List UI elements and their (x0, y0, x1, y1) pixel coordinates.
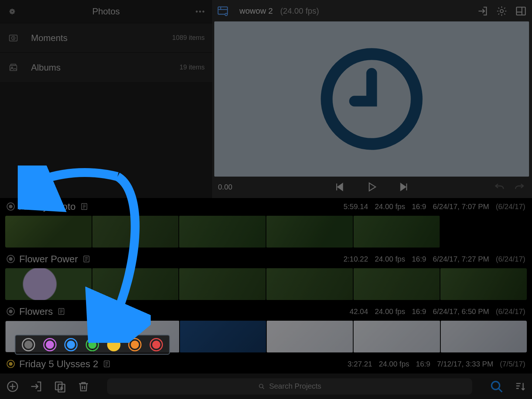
search-placeholder: Search Projects (269, 382, 321, 391)
project-meta: 42.0424.00 fps16:96/24/17, 6:50 PM(6/24/… (349, 307, 525, 316)
tag-purple[interactable] (43, 338, 57, 351)
svg-point-23 (492, 381, 500, 389)
export-icon[interactable] (477, 5, 488, 17)
preview-header: wowow 2 (24.00 fps) (214, 2, 529, 20)
trash-icon[interactable] (77, 380, 90, 393)
project-meta: 2:10.2224.00 fps16:96/24/17, 7:27 PM(6/2… (344, 255, 525, 263)
sidebar-title: Photos (18, 6, 194, 17)
preview-video[interactable] (214, 21, 529, 177)
bottom-toolbar: Search Projects (0, 373, 532, 399)
photos-app-icon (7, 6, 18, 17)
thumbnail[interactable] (92, 268, 179, 300)
thumbnail[interactable] (266, 268, 353, 300)
tag-blue[interactable] (64, 338, 78, 351)
more-icon[interactable]: ••• (194, 7, 205, 16)
project-icon (216, 5, 229, 17)
project-name: Affinity Photo (19, 201, 76, 212)
sidebar-item-label: Moments (31, 33, 172, 43)
thumbnail[interactable] (180, 321, 266, 352)
project-tag-icon[interactable] (7, 307, 15, 316)
search-input[interactable]: Search Projects (107, 378, 472, 395)
svg-point-22 (259, 384, 263, 388)
project-tag-icon[interactable] (7, 202, 15, 211)
project-tag-icon[interactable] (7, 255, 15, 263)
tag-red[interactable] (150, 338, 163, 351)
sidebar-item-count: 1089 items (172, 34, 205, 42)
thumbnail[interactable] (440, 268, 527, 300)
prev-frame-icon[interactable] (333, 181, 345, 193)
project-meta: 5:59.1424.00 fps16:96/24/17, 7:07 PM(6/2… (344, 202, 525, 211)
gear-icon[interactable] (496, 5, 508, 17)
note-icon[interactable] (82, 255, 91, 263)
search-icon (258, 383, 265, 390)
thumbnail[interactable] (92, 216, 179, 248)
sidebar-item-albums[interactable]: Albums 19 items (0, 52, 212, 82)
preview-time: 0.00 (218, 183, 232, 191)
add-project-icon[interactable] (6, 380, 19, 393)
svg-rect-8 (11, 64, 16, 65)
project-meta: 3:27.2124.00 fps16:97/12/17, 3:33 PM(7/5… (348, 360, 525, 368)
sort-icon[interactable] (514, 381, 526, 392)
tag-yellow[interactable] (107, 338, 120, 351)
project-name: Flower Power (19, 253, 78, 265)
project-name: Friday 5 Ulysses 2 (19, 358, 98, 370)
color-tag-popover (15, 335, 170, 355)
filter-search-icon[interactable] (489, 379, 504, 394)
thumbnail[interactable] (5, 216, 92, 248)
sidebar-item-label: Albums (31, 62, 180, 73)
thumbnail[interactable] (179, 216, 266, 248)
svg-rect-7 (10, 65, 17, 71)
project-header[interactable]: Friday 5 Ulysses 2 3:27.2124.00 fps16:97… (5, 355, 527, 372)
undo-icon[interactable] (494, 181, 505, 193)
play-icon[interactable] (366, 181, 378, 193)
thumbnail[interactable] (441, 321, 527, 352)
thumbnail[interactable] (354, 216, 440, 248)
tag-green[interactable] (86, 338, 99, 351)
svg-point-12 (500, 10, 504, 13)
preview-pane: wowow 2 (24.00 fps) 0.00 (212, 0, 532, 198)
thumbnail[interactable] (354, 268, 440, 300)
note-icon[interactable] (103, 360, 111, 368)
sidebar-header: Photos ••• (0, 0, 212, 23)
thumbnail[interactable] (354, 321, 440, 352)
photos-sidebar: Photos ••• Moments 1089 items Albums 19 … (0, 0, 212, 198)
thumbnail[interactable] (440, 216, 527, 248)
note-icon[interactable] (57, 307, 65, 316)
project-header[interactable]: Affinity Photo 5:59.1424.00 fps16:96/24/… (5, 198, 527, 215)
tag-gray[interactable] (22, 338, 35, 351)
preview-controls: 0.00 (214, 177, 529, 197)
clock-icon (8, 33, 21, 43)
thumbnail-strip[interactable] (5, 268, 527, 300)
clock-icon (318, 45, 425, 153)
sidebar-item-moments[interactable]: Moments 1089 items (0, 23, 212, 52)
note-icon[interactable] (80, 202, 88, 211)
svg-rect-13 (516, 7, 525, 15)
albums-icon (8, 62, 21, 73)
project-header[interactable]: Flowers 42.0424.00 fps16:96/24/17, 6:50 … (5, 303, 527, 320)
layout-icon[interactable] (515, 5, 527, 17)
preview-project-name: wowow 2 (239, 6, 273, 16)
project-header[interactable]: Flower Power 2:10.2224.00 fps16:96/24/17… (5, 250, 527, 267)
thumbnail[interactable] (5, 268, 92, 300)
thumbnail[interactable] (266, 216, 353, 248)
tag-orange[interactable] (128, 338, 141, 351)
thumbnail[interactable] (267, 321, 353, 352)
thumbnail-strip[interactable] (5, 216, 527, 248)
project-tag-icon[interactable] (7, 360, 15, 368)
preview-fps: (24.00 fps) (280, 6, 319, 16)
redo-icon[interactable] (514, 181, 525, 193)
thumbnail[interactable] (179, 268, 266, 300)
next-frame-icon[interactable] (398, 181, 410, 193)
project-name: Flowers (19, 306, 53, 317)
import-icon[interactable] (30, 380, 43, 393)
duplicate-icon[interactable] (53, 380, 66, 393)
sidebar-item-count: 19 items (180, 64, 205, 71)
